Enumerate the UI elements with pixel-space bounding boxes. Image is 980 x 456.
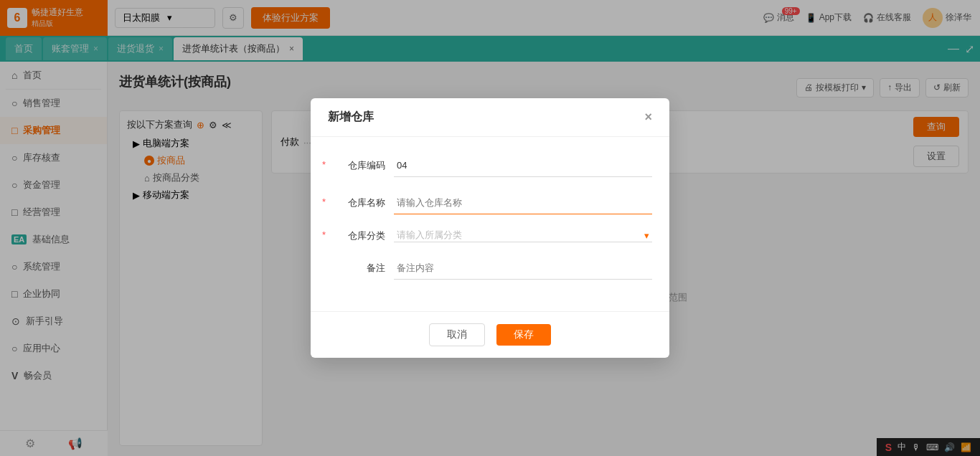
warehouse-code-input[interactable] [394,154,652,177]
modal-body: 仓库编码 仓库名称 仓库分类 请输入所属分类 ▾ 备注 [311,137,669,311]
modal-header: 新增仓库 × [311,98,669,137]
category-placeholder: 请输入所属分类 [397,229,644,242]
warehouse-name-input[interactable] [394,191,652,214]
category-dropdown-icon: ▾ [644,230,649,241]
cancel-button[interactable]: 取消 [429,323,485,346]
modal-title: 新增仓库 [328,110,374,125]
warehouse-code-field: 仓库编码 [328,154,652,177]
modal-footer: 取消 保存 [311,311,669,358]
warehouse-name-field: 仓库名称 [328,191,652,214]
warehouse-category-label: 仓库分类 [328,229,385,242]
modal-overlay: 新增仓库 × 仓库编码 仓库名称 仓库分类 请输入所属分类 ▾ [0,0,980,456]
warehouse-remark-input[interactable] [394,257,652,280]
modal-close-button[interactable]: × [644,110,652,125]
warehouse-category-field: 仓库分类 请输入所属分类 ▾ [328,229,652,242]
add-warehouse-modal: 新增仓库 × 仓库编码 仓库名称 仓库分类 请输入所属分类 ▾ [311,98,669,358]
warehouse-name-label: 仓库名称 [328,196,385,209]
warehouse-category-select[interactable]: 请输入所属分类 ▾ [394,229,652,242]
warehouse-code-label: 仓库编码 [328,159,385,172]
warehouse-remark-field: 备注 [328,257,652,280]
warehouse-remark-label: 备注 [328,262,385,275]
save-button[interactable]: 保存 [496,324,551,346]
